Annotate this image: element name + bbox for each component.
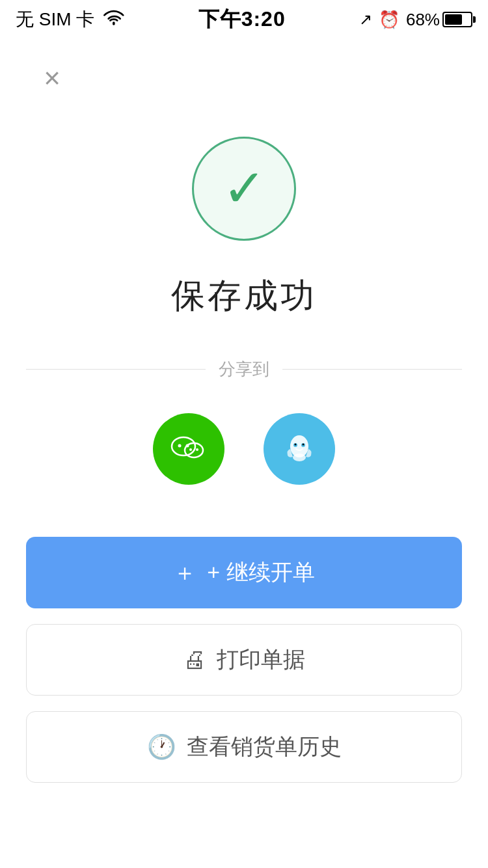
plus-icon: ＋ <box>173 557 197 589</box>
continue-order-label: + 继续开单 <box>207 558 314 588</box>
qq-icon <box>280 429 319 468</box>
checkmark-icon: ✓ <box>223 163 266 215</box>
svg-point-2 <box>178 444 182 448</box>
history-label: 查看销货单历史 <box>187 732 342 762</box>
svg-point-3 <box>186 444 189 448</box>
battery-fill <box>445 14 462 25</box>
alarm-icon: ⏰ <box>379 10 400 30</box>
status-right: ↗ ⏰ 68% <box>359 10 472 30</box>
clock-icon: 🕐 <box>147 733 176 761</box>
location-icon: ↗ <box>359 10 372 29</box>
battery-icon <box>442 12 472 27</box>
print-button[interactable]: 🖨 打印单据 <box>26 624 462 696</box>
main-content: × ✓ 保存成功 分享到 <box>0 39 488 868</box>
qq-share-button[interactable] <box>264 413 335 485</box>
wifi-icon <box>101 8 124 31</box>
divider-left <box>26 369 206 370</box>
print-label: 打印单据 <box>217 645 305 675</box>
svg-point-5 <box>196 448 198 451</box>
status-carrier: 无 SIM 卡 <box>16 7 124 32</box>
share-icons-row <box>153 413 335 485</box>
battery-percent: 68% <box>406 10 440 30</box>
success-icon-container: ✓ <box>192 137 296 241</box>
status-time: 下午3:20 <box>198 5 286 34</box>
svg-point-9 <box>295 444 297 446</box>
actions-container: ＋ + 继续开单 🖨 打印单据 🕐 查看销货单历史 <box>26 537 462 783</box>
share-divider: 分享到 <box>26 358 462 381</box>
history-button[interactable]: 🕐 查看销货单历史 <box>26 711 462 783</box>
close-icon: × <box>44 64 61 92</box>
wechat-icon <box>169 429 208 468</box>
svg-point-4 <box>189 448 192 451</box>
status-bar: 无 SIM 卡 下午3:20 ↗ ⏰ 68% <box>0 0 488 39</box>
svg-point-0 <box>172 437 195 455</box>
share-label: 分享到 <box>219 358 269 381</box>
continue-order-button[interactable]: ＋ + 继续开单 <box>26 537 462 608</box>
success-title: 保存成功 <box>171 273 317 319</box>
svg-point-10 <box>303 444 305 446</box>
carrier-text: 无 SIM 卡 <box>16 7 94 32</box>
print-icon: 🖨 <box>183 646 206 673</box>
svg-point-11 <box>293 454 306 461</box>
battery: 68% <box>406 10 472 30</box>
close-button[interactable]: × <box>33 59 72 98</box>
wechat-share-button[interactable] <box>153 413 224 485</box>
divider-right <box>282 369 462 370</box>
